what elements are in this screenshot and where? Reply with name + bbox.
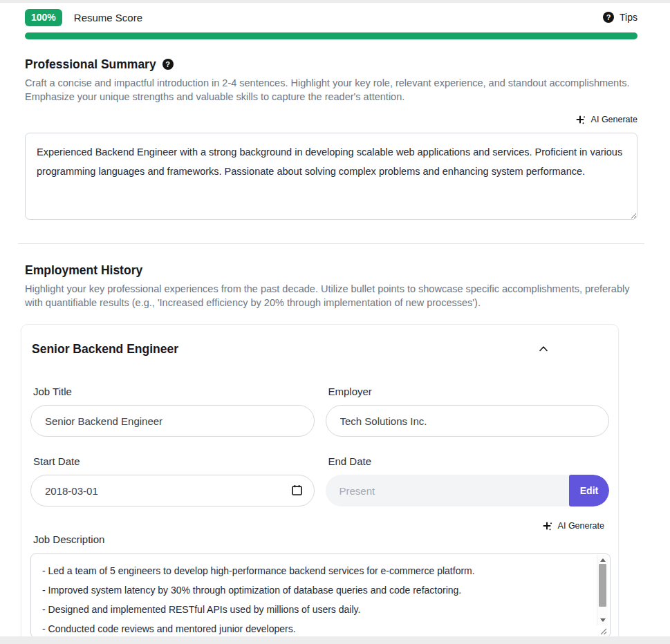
scrollbar-thumb[interactable]	[599, 564, 606, 607]
employer-field-group: Employer	[326, 386, 610, 437]
scroll-up-icon[interactable]	[600, 558, 606, 562]
employment-entry-header: Senior Backend Engineer	[30, 341, 609, 357]
job-title-label: Job Title	[33, 386, 315, 397]
professional-summary-section: Professional Summary ? Craft a concise a…	[25, 57, 638, 220]
resume-score-bar: 100% Resume Score ? Tips	[25, 8, 638, 26]
end-date-input[interactable]	[326, 475, 610, 506]
end-date-label: End Date	[328, 455, 610, 467]
ai-generate-label: AI Generate	[591, 115, 638, 124]
professional-summary-heading: Professional Summary	[25, 57, 156, 71]
help-icon[interactable]: ?	[162, 59, 174, 70]
employer-label: Employer	[328, 386, 610, 397]
employment-history-description: Highlight your key professional experien…	[25, 282, 638, 310]
employment-history-section: Employment History Highlight your key pr…	[25, 263, 638, 310]
job-description-textarea[interactable]: - Led a team of 5 engineers to develop h…	[30, 553, 611, 636]
resize-grip-icon[interactable]	[599, 627, 607, 635]
section-divider	[18, 243, 644, 244]
tips-button[interactable]: ? Tips	[603, 12, 638, 23]
collapse-entry-button[interactable]	[537, 343, 550, 355]
ai-generate-button[interactable]: AI Generate	[25, 114, 638, 125]
sparkle-icon	[543, 521, 553, 531]
job-description-label: Job Description	[33, 533, 104, 545]
start-date-input[interactable]	[30, 475, 315, 506]
start-date-field-group: Start Date	[30, 455, 315, 506]
job-title-field-group: Job Title	[30, 386, 315, 437]
professional-summary-textarea[interactable]: Experienced Backend Engineer with a stro…	[25, 133, 638, 220]
resume-score-label: Resume Score	[74, 12, 142, 23]
employment-entry-card: Senior Backend Engineer Job Title Employ…	[21, 324, 619, 636]
sparkle-icon	[576, 115, 586, 125]
score-badge: 100%	[25, 9, 62, 26]
employment-history-heading: Employment History	[25, 263, 142, 277]
end-date-field: Edit	[326, 475, 610, 506]
job-description-field: - Led a team of 5 engineers to develop h…	[30, 553, 609, 636]
textarea-scrollbar[interactable]	[597, 555, 608, 625]
calendar-icon[interactable]	[291, 484, 303, 496]
employer-input[interactable]	[326, 405, 610, 437]
ai-generate-button[interactable]: AI Generate	[543, 520, 604, 531]
ai-generate-label: AI Generate	[558, 521, 604, 531]
end-date-field-group: End Date Edit	[326, 455, 610, 506]
resume-editor-panel: 100% Resume Score ? Tips Professional Su…	[0, 3, 670, 636]
help-icon: ?	[603, 12, 614, 23]
start-date-label: Start Date	[33, 455, 315, 467]
edit-end-date-button[interactable]: Edit	[569, 475, 609, 506]
score-progress-bar	[25, 32, 638, 39]
employment-entry-title: Senior Backend Engineer	[32, 342, 178, 357]
chevron-up-icon	[537, 343, 550, 355]
scroll-down-icon[interactable]	[600, 618, 606, 622]
tips-label: Tips	[620, 12, 638, 23]
professional-summary-description: Craft a concise and impactful introducti…	[25, 76, 638, 104]
job-title-input[interactable]	[30, 405, 315, 437]
